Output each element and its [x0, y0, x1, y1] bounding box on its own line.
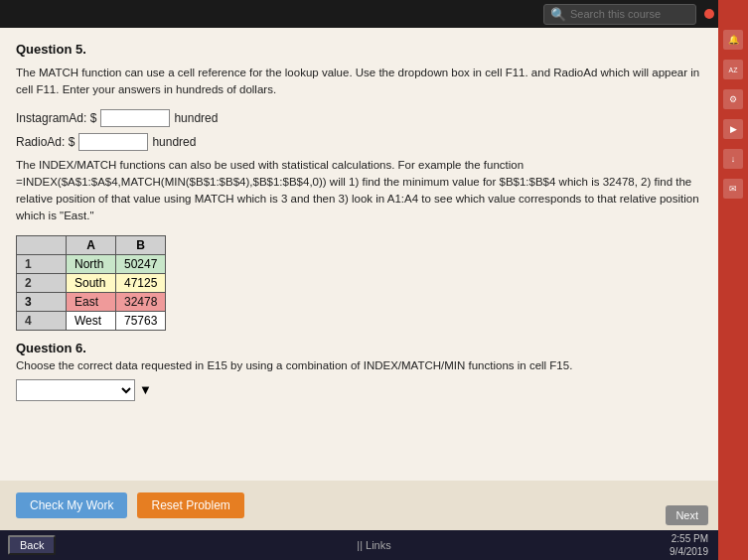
- row-num-4: 4: [17, 311, 67, 330]
- right-sidebar: 🔔 AZ ⚙ ▶ ↓ ✉: [718, 0, 748, 560]
- table-row: 4 West 75763: [17, 311, 166, 330]
- cell-a1: North: [67, 254, 116, 273]
- radioad-row: RadioAd: $ hundred: [16, 133, 702, 151]
- question6-dropdown[interactable]: North South East West: [16, 379, 135, 401]
- top-bar: 🔍 ✕: [0, 0, 748, 28]
- back-button[interactable]: Back: [8, 535, 56, 555]
- cell-a4: West: [67, 311, 116, 330]
- notification-dot: [704, 9, 714, 19]
- main-content: Question 5. The MATCH function can use a…: [0, 28, 718, 505]
- cell-a2: South: [67, 273, 116, 292]
- row-num-1: 1: [17, 254, 67, 273]
- radioad-unit: hundred: [152, 135, 196, 149]
- cell-a3: East: [67, 292, 116, 311]
- question6-paragraph: Choose the correct data requested in E15…: [16, 359, 702, 371]
- row-num-2: 2: [17, 273, 67, 292]
- cell-b4: 75763: [116, 311, 166, 330]
- radioad-label: RadioAd: $: [16, 135, 75, 149]
- table-header-a: A: [67, 235, 116, 254]
- reset-problem-button[interactable]: Reset Problem: [137, 492, 243, 518]
- radioad-input[interactable]: [78, 133, 148, 151]
- taskbar-time: 2:55 PM 9/4/2019: [670, 532, 708, 558]
- date-display: 9/4/2019: [670, 545, 708, 558]
- time-display: 2:55 PM: [670, 532, 708, 545]
- sidebar-icon-play[interactable]: ▶: [723, 119, 743, 139]
- question5-paragraph1: The MATCH function can use a cell refere…: [16, 65, 702, 99]
- question5-title: Question 5.: [16, 42, 702, 57]
- table-header-b: B: [116, 235, 166, 254]
- cell-b2: 47125: [116, 273, 166, 292]
- question5-paragraph2: The INDEX/MATCH functions can also be us…: [16, 157, 702, 225]
- cell-b1: 50247: [116, 254, 166, 273]
- question6-dropdown-row: North South East West ▼: [16, 379, 702, 401]
- check-my-work-button[interactable]: Check My Work: [16, 492, 127, 518]
- row-num-3: 3: [17, 292, 67, 311]
- instagramad-unit: hundred: [174, 111, 218, 125]
- instagramad-input[interactable]: [100, 109, 170, 127]
- sidebar-icon-az[interactable]: AZ: [723, 60, 743, 79]
- table-row: 2 South 47125: [17, 273, 166, 292]
- search-input[interactable]: [570, 8, 689, 20]
- next-button[interactable]: Next: [666, 505, 708, 525]
- cell-b3: 32478: [116, 292, 166, 311]
- taskbar: Back || Links 2:55 PM 9/4/2019: [0, 530, 748, 560]
- sidebar-icon-down[interactable]: ↓: [723, 149, 743, 169]
- question6-title: Question 6.: [16, 341, 702, 355]
- search-bar[interactable]: 🔍: [543, 4, 696, 25]
- table-row: 3 East 32478: [17, 292, 166, 311]
- bottom-bar: Check My Work Reset Problem: [0, 481, 718, 530]
- search-icon: 🔍: [550, 7, 566, 22]
- table-row: 1 North 50247: [17, 254, 166, 273]
- sidebar-icon-gear[interactable]: ⚙: [723, 89, 743, 109]
- dropdown-arrow-icon: ▼: [139, 382, 152, 397]
- instagramad-row: InstagramAd: $ hundred: [16, 109, 702, 127]
- instagramad-label: InstagramAd: $: [16, 111, 96, 125]
- links-label: || Links: [357, 539, 390, 551]
- data-table: A B 1 North 50247 2 South 47125 3 East 3…: [16, 235, 166, 331]
- table-header-num: [17, 235, 67, 254]
- sidebar-icon-mail[interactable]: ✉: [723, 179, 743, 199]
- sidebar-icon-bell[interactable]: 🔔: [723, 30, 743, 50]
